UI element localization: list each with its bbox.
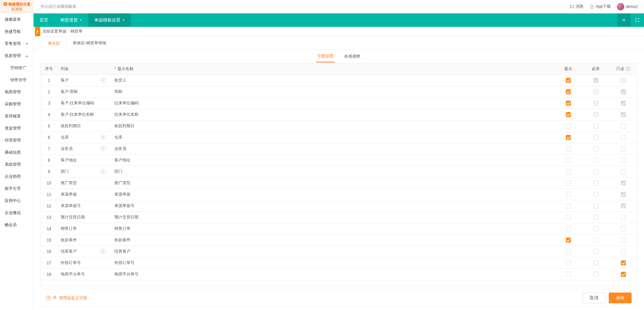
account-selector[interactable]: 办公品行业模拟账套 ﹀ [40, 4, 83, 9]
app-download-button[interactable]: App下载 [590, 4, 611, 9]
logo-text-1: 畅捷通好生意 [8, 2, 31, 7]
svg-point-4 [592, 7, 592, 8]
logo: b 畅捷通好生意 标准版 [0, 0, 34, 13]
svg-rect-2 [570, 5, 574, 7]
messages-label: 消息 [576, 4, 584, 9]
logo-icon: b [3, 2, 8, 6]
svg-text:b: b [5, 3, 6, 6]
message-icon [570, 4, 574, 9]
account-selector-label: 办公品行业模拟账套 [40, 4, 76, 9]
logo-text-2: 标准版 [11, 7, 22, 12]
phone-icon [590, 4, 594, 9]
chevron-down-icon: ﹀ [79, 4, 83, 9]
header-right: 消息 App下载 demo2 [570, 3, 644, 10]
user-name: demo2 [626, 4, 638, 9]
user-menu[interactable]: demo2 [617, 3, 638, 10]
messages-button[interactable]: 消息 [570, 4, 584, 9]
avatar [617, 3, 624, 10]
top-header: b 畅捷通好生意 标准版 办公品行业模拟账套 ﹀ 消息 App下载 demo2 [0, 0, 644, 13]
app-download-label: App下载 [596, 4, 611, 9]
